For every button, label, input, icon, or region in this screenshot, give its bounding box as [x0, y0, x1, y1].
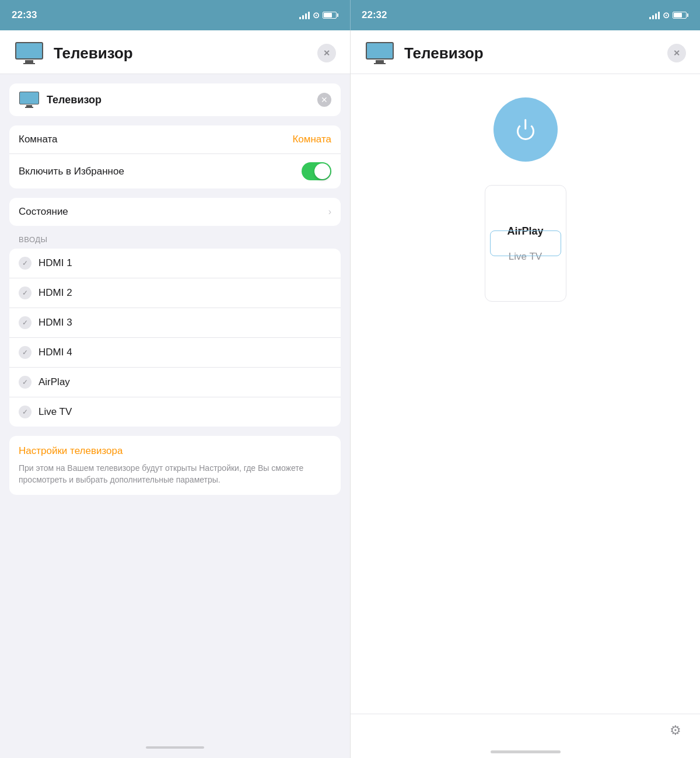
- check-icon-livetv: ✓: [19, 406, 32, 418]
- home-indicator: [491, 750, 561, 753]
- input-name-hdmi3: HDMI 3: [38, 317, 72, 329]
- input-row-hdmi4[interactable]: ✓ HDMI 4: [9, 337, 341, 367]
- input-picker[interactable]: AirPlay Live TV: [485, 185, 566, 302]
- right-status-half: 22:32 ⊙: [350, 0, 700, 30]
- left-signal-icon: [299, 11, 310, 19]
- status-card: Состояние ›: [9, 198, 341, 226]
- picker-item-empty[interactable]: [485, 186, 566, 218]
- favorites-label: Включить в Избранное: [19, 166, 302, 177]
- settings-card: Комната Комната Включить в Избранное: [9, 125, 341, 188]
- device-section: Телевизор ✕: [9, 83, 341, 116]
- left-status-half: 22:33 ⊙: [0, 0, 350, 30]
- input-row-hdmi2[interactable]: ✓ HDMI 2: [9, 278, 341, 308]
- status-label: Состояние: [19, 206, 328, 218]
- right-panel-title: Телевизор: [404, 44, 484, 62]
- check-icon-hdmi4: ✓: [19, 346, 32, 359]
- status-chevron-icon: ›: [328, 207, 331, 217]
- right-wifi-icon: ⊙: [663, 11, 670, 20]
- power-symbol-icon: [513, 117, 538, 142]
- left-close-button[interactable]: ✕: [317, 44, 336, 62]
- room-row[interactable]: Комната Комната: [9, 125, 341, 153]
- right-signal-icon: [649, 11, 660, 19]
- remove-device-button[interactable]: ✕: [317, 93, 331, 107]
- picker-item-airplay[interactable]: AirPlay: [485, 218, 566, 244]
- left-time: 22:33: [12, 9, 37, 21]
- input-name-airplay: AirPlay: [38, 376, 70, 388]
- input-name-hdmi1: HDMI 1: [38, 257, 72, 269]
- right-time: 22:32: [362, 9, 387, 21]
- right-panel: Телевизор ✕ AirPlay Live TV ⚙: [350, 0, 700, 758]
- favorites-row: Включить в Избранное: [9, 153, 341, 188]
- right-battery-icon: [673, 12, 688, 19]
- right-panel-header: Телевизор ✕: [351, 30, 700, 74]
- device-row[interactable]: Телевизор ✕: [9, 83, 341, 116]
- right-bottom-bar: ⚙: [351, 714, 700, 758]
- left-panel-header: Телевизор ✕: [0, 30, 350, 74]
- check-icon-hdmi1: ✓: [19, 257, 32, 270]
- device-name: Телевизор: [47, 94, 310, 106]
- inputs-section: ВВОДЫ ✓ HDMI 1 ✓ HDMI 2 ✓ HDMI 3 ✓ HDMI …: [9, 235, 341, 427]
- picker-item-bottom: [485, 270, 566, 302]
- check-icon-hdmi3: ✓: [19, 316, 32, 329]
- input-row-airplay[interactable]: ✓ AirPlay: [9, 367, 341, 397]
- device-card: Телевизор ✕: [9, 83, 341, 116]
- check-icon-airplay: ✓: [19, 376, 32, 389]
- tv-settings-button[interactable]: Настройки телевизора: [19, 445, 123, 457]
- input-name-livetv: Live TV: [38, 406, 72, 418]
- picker-item-livetv[interactable]: Live TV: [485, 244, 566, 270]
- left-battery-icon: [323, 12, 338, 19]
- status-row[interactable]: Состояние ›: [9, 198, 341, 226]
- right-panel-content: AirPlay Live TV: [351, 74, 700, 727]
- status-bar: 22:33 ⊙ 22:32: [0, 0, 700, 30]
- inputs-section-label: ВВОДЫ: [9, 235, 341, 244]
- right-close-button[interactable]: ✕: [667, 44, 686, 62]
- device-tv-icon: [19, 92, 40, 108]
- tv-icon-header: [14, 42, 44, 64]
- settings-gear-button[interactable]: ⚙: [665, 720, 686, 741]
- settings-section: Комната Комната Включить в Избранное: [9, 125, 341, 188]
- room-value: Комната: [292, 134, 331, 145]
- left-wifi-icon: ⊙: [313, 11, 320, 20]
- left-panel-title: Телевизор: [54, 44, 133, 62]
- right-tv-icon-header: [365, 42, 395, 64]
- inputs-card: ✓ HDMI 1 ✓ HDMI 2 ✓ HDMI 3 ✓ HDMI 4 ✓ Ai…: [9, 249, 341, 427]
- power-button[interactable]: [494, 97, 558, 162]
- status-section: Состояние ›: [9, 198, 341, 226]
- favorites-toggle[interactable]: [302, 162, 331, 180]
- tv-settings-card: Настройки телевизора При этом на Вашем т…: [9, 436, 341, 495]
- input-name-hdmi4: HDMI 4: [38, 347, 72, 358]
- left-panel: Телевизор ✕ Телевизор ✕ Комната Комната: [0, 0, 350, 758]
- input-row-livetv[interactable]: ✓ Live TV: [9, 397, 341, 427]
- tv-settings-description: При этом на Вашем телевизоре будут откры…: [19, 463, 303, 484]
- check-icon-hdmi2: ✓: [19, 287, 32, 299]
- input-name-hdmi2: HDMI 2: [38, 287, 72, 299]
- input-row-hdmi3[interactable]: ✓ HDMI 3: [9, 308, 341, 337]
- input-row-hdmi1[interactable]: ✓ HDMI 1: [9, 249, 341, 278]
- toggle-knob: [314, 163, 330, 179]
- room-label: Комната: [19, 134, 292, 145]
- scroll-indicator: [146, 746, 204, 749]
